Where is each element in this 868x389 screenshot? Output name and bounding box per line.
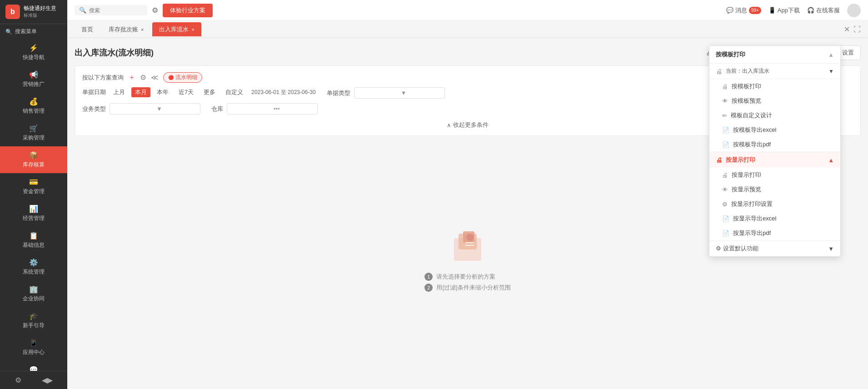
dropdown-item-display-pdf[interactable]: 📄 按显示导出pdf [709, 226, 840, 240]
dropdown-current-section: 🖨 当前：出入库流水 ▼ [709, 64, 840, 79]
sidebar-item-label: 基础信息 [23, 241, 45, 249]
date-opt-last-7-days[interactable]: 近7天 [175, 87, 197, 97]
warehouse-select[interactable]: ••• [227, 103, 318, 115]
dropdown-current-chevron: ▼ [828, 68, 834, 75]
dropdown-display-section: 🖨 按显示打印 ▲ 🖨 按显示打印 👁 按显示预览 ⚙ 按显示打印设置 📄 按显… [709, 152, 840, 241]
display-excel-label: 按显示导出excel [733, 214, 776, 223]
date-opt-custom[interactable]: 自定义 [222, 87, 247, 97]
sidebar-item-purchase[interactable]: 🛒 采购管理 [0, 120, 67, 146]
app-download-icon: 📱 [768, 7, 776, 14]
dropdown-item-display-excel[interactable]: 📄 按显示导出excel [709, 211, 840, 226]
sidebar-item-enterprise[interactable]: 🏢 企业协同 [0, 280, 67, 307]
tab-in-out-flow[interactable]: 出入库流水 × [152, 22, 201, 36]
type-filter-field: 单据类型 ▼ [327, 87, 445, 99]
topbar-search-box[interactable]: 🔍 [75, 5, 147, 15]
display-pdf-label: 按显示导出pdf [733, 229, 771, 237]
svg-point-3 [466, 234, 474, 241]
sidebar-item-wechat[interactable]: 💬 企业微信 [0, 361, 67, 371]
sidebar-item-label: 企业协同 [23, 295, 45, 303]
business-filter-field: 业务类型 ▼ [82, 103, 200, 115]
filter-add-btn[interactable]: ＋ [128, 73, 135, 82]
message-badge: 99+ [749, 7, 761, 14]
sidebar-item-app-center[interactable]: 📱 应用中心 [0, 334, 67, 361]
sidebar-item-label: 资金管理 [23, 188, 45, 195]
dropdown-item-template-print[interactable]: 🖨 按模板打印 [709, 79, 840, 94]
printer-icon: 🖨 [716, 68, 722, 75]
topbar-gear-icon[interactable]: ⚙ [152, 6, 158, 15]
dropdown-current-header[interactable]: 🖨 当前：出入库流水 ▼ [709, 64, 840, 79]
date-opt-last-month[interactable]: 上月 [110, 87, 129, 97]
sidebar-item-finance[interactable]: 💳 资金管理 [0, 173, 67, 200]
customer-service-action[interactable]: 🎧 在线客服 [807, 6, 840, 15]
sidebar-search[interactable]: 🔍 搜索菜单 [0, 24, 67, 39]
customer-service-icon: 🎧 [807, 7, 814, 14]
business-chevron-icon: ▼ [156, 105, 195, 112]
display-section-label: 按显示打印 [726, 156, 755, 164]
dropdown-title: 按模板打印 [716, 50, 745, 59]
template-preview-icon: 👁 [722, 98, 728, 105]
marketing-icon: 📢 [29, 70, 38, 79]
tab-batch-accounts-close[interactable]: × [141, 27, 144, 32]
customer-service-label: 在线客服 [816, 6, 840, 15]
sidebar-collapse-btn[interactable]: ◀▶ [42, 376, 53, 384]
display-print-section-label[interactable]: 🖨 按显示打印 ▲ [709, 152, 840, 168]
filter-expand-icon[interactable]: ≪ [151, 73, 159, 82]
dropdown-item-display-settings[interactable]: ⚙ 按显示打印设置 [709, 197, 840, 211]
app-logo-icon: b [5, 5, 20, 19]
template-excel-label: 按模板导出excel [733, 126, 776, 134]
sidebar: b 畅捷通好生意 标准版 🔍 搜索菜单 ⚡ 快捷导航 📢 营销推广 💰 销售管理… [0, 0, 67, 389]
filter-gear-icon[interactable]: ⚙ [140, 73, 146, 82]
display-section-icon: 🖨 [716, 156, 722, 164]
sidebar-item-operations[interactable]: 📊 经营管理 [0, 200, 67, 227]
dropdown-item-template-pdf[interactable]: 📄 按模板导出pdf [709, 137, 840, 152]
sidebar-settings-btn[interactable]: ⚙ [15, 376, 21, 384]
date-opt-current-year[interactable]: 本年 [153, 87, 172, 97]
filter-tag-icon: 🔴 [168, 75, 174, 80]
sidebar-item-marketing[interactable]: 📢 营销推广 [0, 66, 67, 93]
business-field-label: 业务类型 [82, 105, 106, 113]
business-select[interactable]: ▼ [110, 103, 200, 115]
template-custom-label: 模板自定义设计 [731, 111, 772, 120]
dropdown-item-display-print[interactable]: 🖨 按显示打印 [709, 168, 840, 182]
topbar: 🔍 ⚙ 体验行业方案 💬 消息 99+ 📱 App下载 🎧 在线客服 [67, 0, 868, 21]
date-opt-current-month[interactable]: 本月 [131, 87, 150, 97]
dropdown-item-template-preview[interactable]: 👁 按模板预览 [709, 94, 840, 108]
sidebar-item-label: 库存核算 [23, 161, 45, 169]
type-select[interactable]: ▼ [354, 87, 445, 99]
sidebar-item-label: 销售管理 [23, 107, 45, 115]
sidebar-item-quick-nav[interactable]: ⚡ 快捷导航 [0, 39, 67, 66]
tab-in-out-flow-close[interactable]: × [191, 27, 194, 32]
dropdown-close-chevron[interactable]: ▲ [828, 51, 834, 58]
window-expand-btn[interactable]: ⛶ [853, 25, 861, 34]
user-avatar[interactable] [847, 4, 861, 17]
date-opt-more[interactable]: 更多 [200, 87, 219, 97]
dropdown-current-label: 当前：出入库流水 [726, 67, 769, 75]
message-action[interactable]: 💬 消息 99+ [726, 6, 761, 15]
dropdown-item-template-custom[interactable]: ✏ 模板自定义设计 [709, 108, 840, 123]
app-download-action[interactable]: 📱 App下载 [768, 6, 800, 15]
tab-batch-accounts[interactable]: 库存批次账 × [102, 22, 150, 36]
dropdown-footer[interactable]: ⚙ 设置默认功能 ▼ [709, 241, 840, 256]
sidebar-item-newbie[interactable]: 🎓 新手引导 [0, 307, 67, 334]
message-label: 消息 [735, 6, 747, 15]
app-name: 畅捷通好生意 [24, 5, 56, 12]
sidebar-item-system[interactable]: ⚙️ 系统管理 [0, 254, 67, 280]
empty-step-1-label: 请先选择要分析的方案 [436, 273, 495, 281]
sidebar-item-sales[interactable]: 💰 销售管理 [0, 93, 67, 120]
dropdown-current-label-wrapper: 🖨 当前：出入库流水 [716, 67, 769, 75]
dropdown-item-template-excel[interactable]: 📄 按模板导出excel [709, 123, 840, 137]
warehouse-field-label: 仓库 [211, 105, 223, 113]
dropdown-item-display-preview[interactable]: 👁 按显示预览 [709, 182, 840, 197]
empty-step-1: 1 请先选择要分析的方案 [424, 273, 510, 281]
sidebar-item-inventory[interactable]: 📦 库存核算 [0, 146, 67, 173]
window-close-btn[interactable]: ✕ [844, 25, 850, 34]
tab-home-label: 首页 [81, 25, 93, 34]
tab-home[interactable]: 首页 [75, 22, 100, 36]
dropdown-footer-settings-icon: ⚙ [716, 245, 721, 252]
search-input[interactable] [89, 7, 135, 14]
system-icon: ⚙️ [29, 258, 38, 267]
app-download-label: App下载 [778, 6, 800, 15]
trial-btn[interactable]: 体验行业方案 [163, 4, 213, 17]
dropdown-footer-label: 设置默认功能 [723, 245, 758, 252]
sidebar-item-basic-info[interactable]: 📋 基础信息 [0, 227, 67, 254]
